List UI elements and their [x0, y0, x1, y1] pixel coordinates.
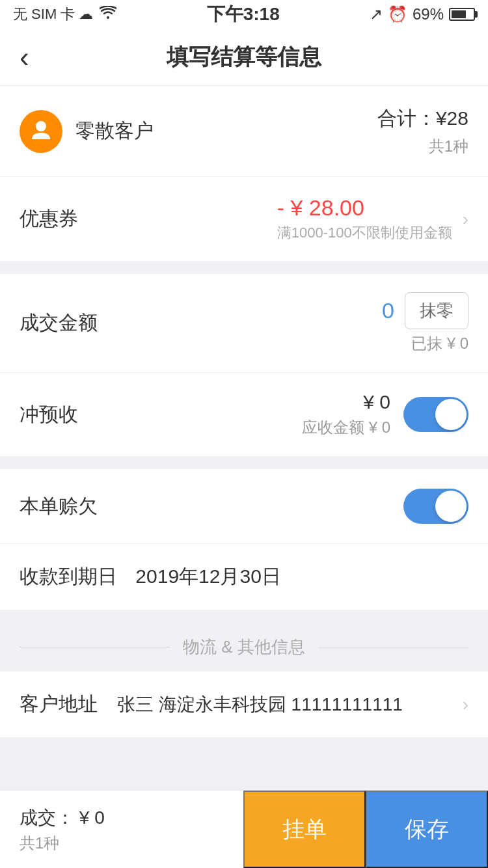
- customer-section: 零散客户 合计：¥28 共1种 优惠券 - ¥ 28.00 满1000-100不…: [0, 86, 488, 261]
- customer-total: 合计：¥28 共1种: [377, 105, 468, 157]
- back-button[interactable]: ‹: [20, 43, 29, 72]
- due-date-row: 收款到期日 2019年12月30日: [0, 543, 488, 610]
- coupon-right: - ¥ 28.00 满1000-100不限制使用金额 ›: [277, 195, 468, 243]
- bottom-info: 成交： ¥ 0 共1种: [0, 806, 243, 854]
- customer-name: 零散客户: [75, 118, 154, 144]
- bottom-bar: 成交： ¥ 0 共1种 挂单 保存: [0, 790, 488, 868]
- alarm-icon: ⏰: [388, 5, 407, 23]
- debt-row: 本单赊欠: [0, 469, 488, 543]
- coupon-desc: 满1000-100不限制使用金额: [277, 223, 452, 243]
- status-bar-left: 无 SIM 卡 ☁: [13, 5, 116, 24]
- battery-icon: [449, 8, 475, 21]
- prepayment-value: ¥ 0: [302, 391, 390, 413]
- logistics-label: 物流 & 其他信息: [183, 636, 305, 658]
- no-sim-label: 无 SIM 卡 ☁: [13, 5, 93, 24]
- bottom-transaction-value: ¥ 0: [79, 807, 105, 828]
- transaction-right: 0 抹零: [382, 292, 468, 329]
- avatar: [20, 110, 62, 153]
- total-amount: 合计：¥28: [377, 105, 468, 132]
- chevron-right-icon: ›: [463, 209, 468, 230]
- address-section[interactable]: 客户地址 张三 海淀永丰科技园 11111111111 ›: [0, 671, 488, 737]
- logistics-divider: 物流 & 其他信息: [0, 636, 488, 658]
- debt-section: 本单赊欠 收款到期日 2019年12月30日: [0, 469, 488, 610]
- bottom-transaction-label: 成交：: [20, 807, 74, 828]
- svg-point-0: [36, 121, 46, 131]
- location-icon: ↗: [370, 5, 383, 23]
- status-bar-right: ↗ ⏰ 69%: [370, 5, 475, 23]
- address-chevron-icon: ›: [463, 694, 468, 715]
- nav-bar: ‹ 填写结算等信息: [0, 29, 488, 86]
- coupon-discount: - ¥ 28.00: [277, 195, 452, 221]
- time-display: 下午3:18: [207, 2, 280, 27]
- transaction-value: 0: [382, 298, 394, 323]
- coupon-row[interactable]: 优惠券 - ¥ 28.00 满1000-100不限制使用金额 ›: [0, 176, 488, 261]
- prepayment-sub: 应收金额 ¥ 0: [302, 417, 390, 438]
- transaction-label: 成交金额: [20, 310, 98, 336]
- content-area: 零散客户 合计：¥28 共1种 优惠券 - ¥ 28.00 满1000-100不…: [0, 86, 488, 815]
- debt-label: 本单赊欠: [20, 493, 98, 520]
- save-button[interactable]: 保存: [366, 791, 488, 868]
- due-date-label: 收款到期日: [20, 565, 117, 587]
- hold-button[interactable]: 挂单: [243, 791, 366, 868]
- address-value: 张三 海淀永丰科技园 11111111111: [117, 692, 459, 717]
- transaction-row: 成交金额 0 抹零 已抹 ¥ 0: [0, 274, 488, 373]
- status-bar: 无 SIM 卡 ☁ 下午3:18 ↗ ⏰ 69%: [0, 0, 488, 29]
- transaction-sub: 已抹 ¥ 0: [382, 333, 468, 354]
- bottom-count: 共1种: [20, 833, 224, 854]
- total-count: 共1种: [377, 136, 468, 157]
- prepayment-row: 冲预收 ¥ 0 应收金额 ¥ 0: [0, 373, 488, 456]
- debt-toggle-knob: [435, 491, 467, 522]
- address-chevron: ›: [459, 694, 468, 715]
- prepayment-toggle[interactable]: [403, 397, 468, 432]
- logistics-section: 物流 & 其他信息: [0, 623, 488, 671]
- avatar-icon: [29, 117, 53, 145]
- page-title: 填写结算等信息: [167, 42, 321, 72]
- battery-pct: 69%: [413, 5, 444, 23]
- prepayment-label: 冲预收: [20, 401, 78, 428]
- bottom-transaction: 成交： ¥ 0: [20, 806, 224, 830]
- round-zero-button[interactable]: 抹零: [405, 292, 468, 329]
- address-label: 客户地址: [20, 691, 98, 718]
- transaction-section: 成交金额 0 抹零 已抹 ¥ 0 冲预收 ¥ 0 应收金额 ¥ 0: [0, 274, 488, 456]
- customer-row: 零散客户 合计：¥28 共1种: [0, 86, 488, 176]
- due-date-value: 2019年12月30日: [135, 565, 280, 587]
- wifi-icon: [100, 6, 116, 23]
- address-row[interactable]: 客户地址 张三 海淀永丰科技园 11111111111 ›: [0, 671, 488, 737]
- toggle-knob: [435, 399, 467, 430]
- debt-toggle[interactable]: [403, 489, 468, 524]
- customer-info: 零散客户: [20, 110, 154, 153]
- coupon-label: 优惠券: [20, 206, 78, 232]
- bottom-actions: 挂单 保存: [243, 791, 488, 868]
